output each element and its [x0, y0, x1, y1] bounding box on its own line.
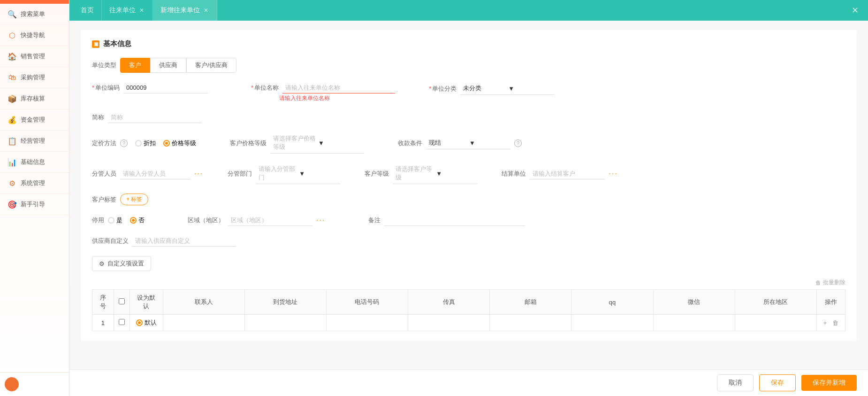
- sidebar-label-operations: 经营管理: [21, 137, 45, 145]
- save-new-button[interactable]: 保存并新增: [801, 375, 857, 391]
- payment-terms-select[interactable]: 现结 ▼: [426, 137, 510, 149]
- add-tag-button[interactable]: + 标签: [120, 194, 148, 205]
- save-button[interactable]: 保存: [759, 374, 796, 391]
- disabled-no-label: 否: [138, 216, 145, 225]
- wechat-input[interactable]: [658, 319, 730, 326]
- tags-label: 客户标签: [92, 195, 116, 204]
- default-radio-item[interactable]: 默认: [135, 318, 158, 327]
- type-btn-both[interactable]: 客户/供应商: [186, 58, 236, 73]
- type-btn-supplier[interactable]: 供应商: [150, 58, 186, 73]
- short-name-label: 简称: [92, 113, 104, 122]
- row-phone[interactable]: [326, 315, 408, 331]
- sidebar-item-quicknav[interactable]: ⬡ 快捷导航: [0, 25, 69, 46]
- payment-terms-label: 收款条件: [398, 139, 422, 148]
- tab-partners-close[interactable]: ✕: [138, 6, 145, 15]
- sidebar-item-sales[interactable]: 🏠 销售管理: [0, 46, 69, 67]
- pricing-discount-radio[interactable]: 折扣: [135, 139, 156, 148]
- row-qq[interactable]: [571, 315, 653, 331]
- email-input[interactable]: [495, 319, 566, 326]
- address-input[interactable]: [250, 319, 321, 326]
- manager-row: 分管人员 ··· 分管部门 请输入分管部门 ▼ 客户等级 请选择: [92, 163, 845, 184]
- price-level-field: 客户价格等级 请选择客户价格等级 ▼: [230, 132, 364, 154]
- sidebar-label-quicknav: 快捷导航: [21, 31, 45, 39]
- no-radio-circle: [130, 217, 137, 224]
- row-region[interactable]: [735, 315, 816, 331]
- tab-new-partner-close[interactable]: ✕: [203, 6, 209, 15]
- customer-level-select[interactable]: 请选择客户等级 ▼: [393, 163, 477, 184]
- region-input[interactable]: [228, 215, 312, 226]
- supplier-custom-label: 供应商自定义: [92, 237, 129, 245]
- region-more-icon[interactable]: ···: [316, 216, 325, 225]
- settlement-more-icon[interactable]: ···: [609, 170, 617, 178]
- tab-new-partner-label: 新增往来单位: [160, 6, 200, 15]
- dept-select[interactable]: 请输入分管部门 ▼: [256, 163, 340, 184]
- unit-type-btn-group: 客户 供应商 客户/供应商: [120, 58, 236, 73]
- supplier-custom-input[interactable]: [132, 235, 236, 247]
- sidebar-label-system: 系统管理: [21, 179, 45, 187]
- sidebar-item-operations[interactable]: 📋 经营管理: [0, 131, 69, 152]
- manager-more-icon[interactable]: ···: [194, 170, 203, 178]
- price-level-select[interactable]: 请选择客户价格等级 ▼: [270, 132, 364, 154]
- row-address[interactable]: [244, 315, 326, 331]
- dept-placeholder: 请输入分管部门: [259, 165, 297, 182]
- custom-settings-button[interactable]: ⚙ 自定义项设置: [92, 256, 151, 271]
- unit-category-select[interactable]: 未分类 ▼: [460, 82, 554, 95]
- disabled-no-radio[interactable]: 否: [130, 216, 145, 225]
- tab-new-partner[interactable]: 新增往来单位 ✕: [153, 0, 217, 21]
- type-btn-customer[interactable]: 客户: [120, 58, 150, 73]
- row-checkbox[interactable]: [119, 319, 125, 325]
- sidebar-label-finance: 资金管理: [21, 116, 45, 124]
- sidebar-item-search[interactable]: 🔍 搜索菜单: [0, 4, 69, 25]
- row-wechat[interactable]: [653, 315, 735, 331]
- short-name-input[interactable]: [108, 112, 202, 123]
- disabled-yes-radio[interactable]: 是: [108, 216, 122, 225]
- pricing-grade-radio[interactable]: 价格等级: [163, 139, 196, 148]
- sidebar-item-purchase[interactable]: 🛍 采购管理: [0, 67, 69, 88]
- tab-home[interactable]: 首页: [73, 0, 102, 21]
- row-email[interactable]: [490, 315, 571, 331]
- short-name-field: 简称: [92, 112, 202, 123]
- user-avatar[interactable]: [5, 377, 19, 391]
- search-icon: 🔍: [8, 9, 17, 19]
- batch-delete-area[interactable]: 🗑 批量删除: [92, 279, 845, 287]
- unit-code-input[interactable]: [123, 82, 208, 93]
- phone-input[interactable]: [331, 319, 403, 326]
- sidebar-item-system[interactable]: ⚙ 系统管理: [0, 173, 69, 194]
- default-radio-circle: [136, 319, 143, 326]
- contact-input[interactable]: [168, 319, 240, 326]
- sidebar-item-finance[interactable]: 💰 资金管理: [0, 109, 69, 131]
- remark-input[interactable]: [384, 215, 525, 226]
- tab-partners[interactable]: 往来单位 ✕: [102, 0, 153, 21]
- cancel-button[interactable]: 取消: [717, 374, 754, 391]
- qq-input[interactable]: [576, 319, 648, 326]
- row-fax[interactable]: [408, 315, 490, 331]
- fax-input[interactable]: [413, 319, 485, 326]
- default-label: 默认: [145, 318, 157, 327]
- pricing-help-icon[interactable]: ?: [120, 140, 128, 147]
- add-row-icon[interactable]: +: [823, 319, 827, 326]
- select-all-checkbox[interactable]: [119, 298, 125, 304]
- sidebar-item-newguide[interactable]: 🎯 新手引导: [0, 194, 69, 215]
- unit-name-input[interactable]: [282, 82, 395, 93]
- settlement-input[interactable]: [530, 168, 605, 179]
- dept-chevron: ▼: [299, 170, 337, 177]
- no-radio-dot: [132, 219, 135, 222]
- sidebar-item-basic[interactable]: 📊 基础信息: [0, 152, 69, 173]
- col-checkbox[interactable]: [114, 290, 129, 315]
- gear-icon: ⚙: [99, 260, 105, 267]
- col-index: 序号: [92, 290, 114, 315]
- supplier-custom-field: 供应商自定义: [92, 235, 236, 247]
- col-qq: qq: [571, 290, 653, 315]
- settlement-field: 结算单位 ···: [502, 168, 617, 179]
- section-icon: ▣: [92, 40, 99, 48]
- row-contact[interactable]: [163, 315, 244, 331]
- manager-input[interactable]: [120, 168, 190, 179]
- row-checkbox-cell[interactable]: [114, 315, 129, 331]
- delete-row-icon[interactable]: 🗑: [832, 319, 838, 326]
- payment-help-icon[interactable]: ?: [514, 140, 522, 147]
- window-close-icon[interactable]: ✕: [846, 5, 864, 16]
- row-region-input[interactable]: [740, 319, 812, 326]
- sidebar-item-inventory[interactable]: 📦 库存核算: [0, 88, 69, 109]
- disabled-radio-group: 是 否: [108, 216, 145, 225]
- pricing-field: 定价方法 ? 折扣 价格等级: [92, 139, 196, 148]
